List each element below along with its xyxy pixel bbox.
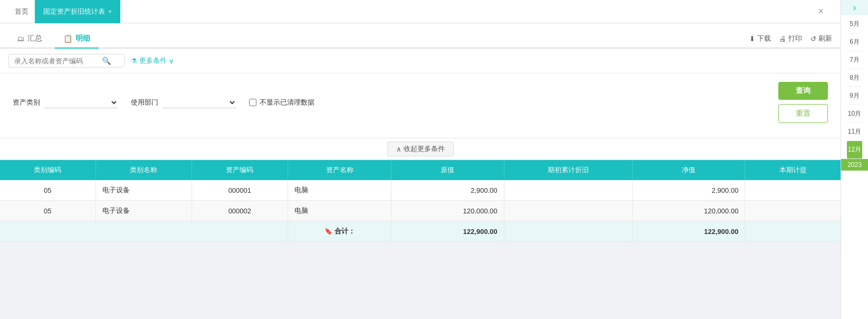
cell-accum-dep [504, 201, 633, 221]
download-label: 下载 [757, 34, 771, 43]
refresh-icon: ↺ [810, 35, 816, 43]
cell-code: 05 [0, 180, 96, 201]
download-button[interactable]: ⬇ 下载 [749, 34, 771, 43]
year-badge: 2023 [841, 159, 868, 171]
table-row: 05 电子设备 000001 电脑 2,900.00 2,900.00 [0, 180, 841, 201]
col-header-original: 原值 [392, 160, 504, 180]
data-table: 类别编码 类别名称 资产编码 资产名称 原值 期初累计折旧 净值 本期计提 05… [0, 160, 841, 242]
search-input[interactable] [14, 57, 99, 65]
chevron-down-icon: ∨ [169, 57, 174, 65]
cell-net-value: 120,000.00 [633, 201, 745, 221]
total-net-value: 122,900.00 [633, 221, 745, 242]
tab-detail-label: 明细 [75, 34, 90, 43]
right-sidebar: › 5月6月7月8月9月10月11月12月 2023 [841, 0, 868, 319]
filter-buttons: 查询 重置 [778, 82, 828, 123]
search-input-wrap[interactable]: 🔍 [8, 54, 125, 68]
cell-original: 120,000.00 [392, 201, 504, 221]
cell-asset-name: 电脑 [288, 201, 391, 221]
print-icon: 🖨 [779, 35, 786, 43]
sidebar-month-item[interactable]: 8月 [847, 69, 862, 87]
more-conditions-button[interactable]: ⚗ 更多条件 ∨ [131, 56, 174, 65]
total-current-dep [745, 221, 841, 242]
filter-bar: 🔍 ⚗ 更多条件 ∨ [0, 49, 841, 73]
hide-cleared-checkbox[interactable] [249, 99, 256, 106]
collapse-bar: ∧ 收起更多条件 [0, 138, 841, 160]
cell-net-value: 2,900.00 [633, 180, 745, 201]
refresh-label: 刷新 [818, 34, 832, 43]
refresh-button[interactable]: ↺ 刷新 [810, 34, 832, 43]
query-button[interactable]: 查询 [778, 82, 828, 100]
months-container: 5月6月7月8月9月10月11月12月 [847, 15, 862, 159]
download-icon: ⬇ [749, 35, 755, 43]
nav-home[interactable]: 首页 [8, 7, 35, 16]
department-select[interactable] [163, 97, 236, 108]
asset-type-label: 资产类别 [13, 98, 40, 107]
tab-summary-label: 汇总 [27, 34, 42, 43]
nav-tab-label: 固定资产折旧统计表 [43, 7, 105, 16]
table-header-row: 类别编码 类别名称 资产编码 资产名称 原值 期初累计折旧 净值 本期计提 [0, 160, 841, 180]
search-icon: 🔍 [102, 57, 111, 65]
col-header-asset-code: 资产编码 [192, 160, 288, 180]
sidebar-up-arrow[interactable]: › [841, 0, 868, 15]
collapse-up-icon: ∧ [396, 145, 402, 153]
filter-icon: ⚗ [131, 57, 137, 65]
summary-icon: 🗂 [17, 34, 24, 43]
cell-code: 05 [0, 201, 96, 221]
col-header-accum-dep: 期初累计折旧 [504, 160, 633, 180]
col-header-category-code: 类别编码 [0, 160, 96, 180]
top-nav: 首页 固定资产折旧统计表 × × [0, 0, 841, 23]
col-header-category-name: 类别名称 [96, 160, 192, 180]
sidebar-month-item[interactable]: 7月 [847, 51, 862, 69]
data-table-wrap: 类别编码 类别名称 资产编码 资产名称 原值 期初累计折旧 净值 本期计提 05… [0, 160, 841, 319]
cell-current-dep [745, 180, 841, 201]
window-close-button[interactable]: × [809, 6, 832, 17]
cell-accum-dep [504, 180, 633, 201]
more-conditions-label: 更多条件 [139, 56, 167, 65]
sidebar-month-item[interactable]: 5月 [847, 15, 862, 33]
sidebar-month-item[interactable]: 11月 [847, 123, 862, 141]
total-original: 122,900.00 [392, 221, 504, 242]
cell-current-dep [745, 201, 841, 221]
filter-asset-type: 资产类别 [13, 97, 118, 108]
total-label-cell [0, 221, 288, 242]
total-label: 🔖合计： [288, 221, 391, 242]
cell-asset-code: 000002 [192, 201, 288, 221]
col-header-net-value: 净值 [633, 160, 745, 180]
close-icon[interactable]: × [108, 8, 112, 15]
sidebar-month-item[interactable]: 6月 [847, 33, 862, 51]
sidebar-month-item[interactable]: 9月 [847, 87, 862, 105]
detail-icon: 📋 [63, 34, 72, 43]
hide-cleared-label: 不显示已清理数据 [260, 98, 314, 107]
asset-type-select[interactable] [44, 97, 118, 108]
table-row: 05 电子设备 000002 电脑 120,000.00 120,000.00 [0, 201, 841, 221]
nav-tab-depreciation[interactable]: 固定资产折旧统计表 × [35, 0, 120, 23]
tab-detail[interactable]: 📋 明细 [55, 30, 99, 49]
sub-tabs-bar: 🗂 汇总 📋 明细 ⬇ 下载 🖨 打印 ↺ 刷新 [0, 23, 841, 49]
filter-department: 使用部门 [131, 97, 236, 108]
col-header-asset-name: 资产名称 [288, 160, 391, 180]
col-header-current-dep: 本期计提 [745, 160, 841, 180]
sidebar-month-item[interactable]: 10月 [847, 105, 862, 123]
cell-category: 电子设备 [96, 180, 192, 201]
reset-button[interactable]: 重置 [778, 104, 828, 123]
advanced-filter-panel: 资产类别 使用部门 不显示已清理数据 查询 重置 [0, 73, 841, 138]
cell-asset-name: 电脑 [288, 180, 391, 201]
cell-original: 2,900.00 [392, 180, 504, 201]
print-button[interactable]: 🖨 打印 [779, 34, 802, 43]
print-label: 打印 [788, 34, 802, 43]
collapse-label: 收起更多条件 [404, 144, 445, 154]
filter-hide-cleared[interactable]: 不显示已清理数据 [249, 98, 314, 107]
table-total-row: 🔖合计： 122,900.00 122,900.00 [0, 221, 841, 242]
sidebar-month-item[interactable]: 12月 [847, 141, 862, 159]
tab-summary[interactable]: 🗂 汇总 [8, 30, 51, 49]
cell-category: 电子设备 [96, 201, 192, 221]
department-label: 使用部门 [131, 98, 158, 107]
collapse-button[interactable]: ∧ 收起更多条件 [387, 142, 454, 156]
cell-asset-code: 000001 [192, 180, 288, 201]
total-accum-dep [504, 221, 633, 242]
